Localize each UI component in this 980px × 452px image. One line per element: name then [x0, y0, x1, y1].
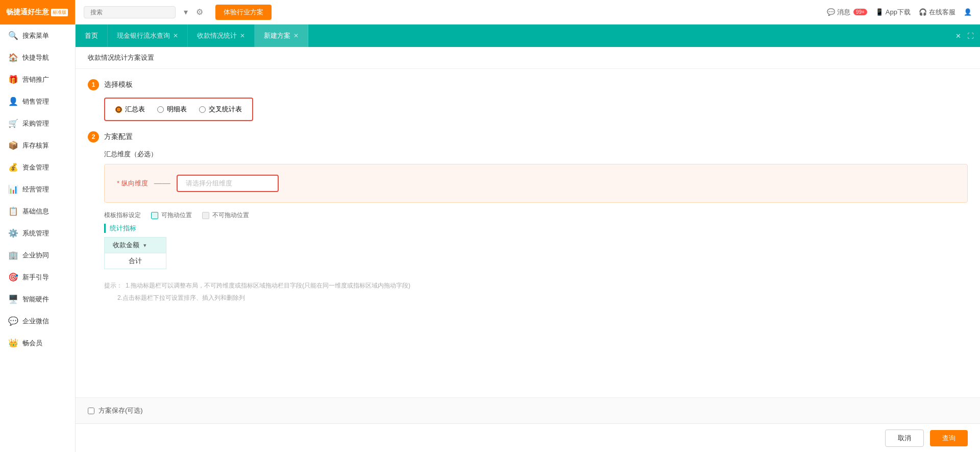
sidebar-item-sales[interactable]: 👤 销售管理	[0, 90, 75, 112]
sidebar-item-operation[interactable]: 📊 经营管理	[0, 178, 75, 200]
tab-bank-flow[interactable]: 现金银行流水查询 ✕	[108, 25, 188, 47]
sidebar-item-label: 新手引导	[22, 273, 49, 282]
breadcrumb-text: 收款情况统计方案设置	[88, 54, 154, 61]
message-icon: 💬	[827, 8, 835, 16]
service-label: 在线客服	[929, 8, 955, 17]
sidebar-item-label: 营销推广	[22, 75, 49, 84]
page-body: 1 选择模板 汇总表 明细表	[76, 69, 980, 397]
sidebar: 畅捷通好生意 标准版 🔍 搜索菜单 🏠 快捷导航 🎁 营销推广 👤 销售管理 🛒…	[0, 0, 76, 452]
content-inner: 收款情况统计方案设置 1 选择模板 汇总表	[76, 47, 980, 423]
sidebar-item-basic-info[interactable]: 📋 基础信息	[0, 200, 75, 222]
sidebar-item-label: 销售管理	[22, 97, 49, 106]
maximize-icon[interactable]: ⛶	[967, 32, 974, 40]
sidebar-item-member[interactable]: 👑 畅会员	[0, 332, 75, 354]
sidebar-logo: 畅捷通好生意 标准版	[0, 0, 75, 25]
metrics-header[interactable]: 收款金额 ▾	[105, 237, 166, 253]
headset-icon: 🎧	[919, 8, 927, 16]
dimension-select-placeholder: 请选择分组维度	[186, 179, 232, 187]
download-icon: 📱	[875, 8, 884, 16]
topbar-right: 💬 消息 99+ 📱 App下载 🎧 在线客服 👤	[827, 8, 972, 17]
tip-spacer	[104, 292, 114, 304]
sidebar-item-finance[interactable]: 💰 资金管理	[0, 156, 75, 178]
summary-dimension-label: 汇总维度（必选）	[104, 150, 968, 159]
tip-prefix: 提示：	[104, 279, 122, 292]
sidebar-item-label: 企业协同	[22, 251, 49, 260]
sidebar-item-inventory[interactable]: 📦 库存核算	[0, 134, 75, 156]
tip-item-1: 提示： 1.拖动标题栏可以调整布局，不可跨维度或指标区域拖动栏目字段(只能在同一…	[104, 279, 968, 292]
draggable-legend: 可拖动位置	[151, 211, 192, 220]
non-draggable-legend: 不可拖动位置	[202, 211, 249, 220]
tab-receipt-stats-close[interactable]: ✕	[240, 32, 245, 39]
tab-new-plan-close[interactable]: ✕	[293, 32, 299, 39]
stats-title: 统计指标	[104, 224, 968, 233]
step1-content: 汇总表 明细表 交叉统计表	[88, 98, 968, 121]
gift-icon: 🎁	[8, 75, 18, 84]
radio-cross-input[interactable]	[199, 106, 206, 113]
service-item[interactable]: 🎧 在线客服	[919, 8, 955, 17]
page-breadcrumb: 收款情况统计方案设置	[76, 47, 980, 69]
content-area: 收款情况统计方案设置 1 选择模板 汇总表	[76, 47, 980, 423]
step1-header: 1 选择模板	[88, 79, 968, 90]
sidebar-item-hardware[interactable]: 🖥️ 智能硬件	[0, 288, 75, 310]
footer: 取消 查询	[76, 423, 980, 452]
cancel-button[interactable]: 取消	[885, 430, 924, 447]
tip-item-2: 2.点击标题栏下拉可设置排序、插入列和删除列	[104, 292, 968, 304]
close-window-icon[interactable]: ✕	[955, 32, 961, 40]
sidebar-item-quick-nav[interactable]: 🏠 快捷导航	[0, 46, 75, 68]
tab-home[interactable]: 首页	[76, 25, 108, 47]
nav-tabs: 首页 现金银行流水查询 ✕ 收款情况统计 ✕ 新建方案 ✕ ✕ ⛶	[76, 25, 980, 47]
sidebar-item-marketing[interactable]: 🎁 营销推广	[0, 68, 75, 90]
sidebar-item-guide[interactable]: 🎯 新手引导	[0, 266, 75, 288]
nav-right-icons: ✕ ⛶	[949, 25, 980, 47]
sidebar-item-purchase[interactable]: 🛒 采购管理	[0, 112, 75, 134]
sidebar-item-label: 搜索菜单	[22, 31, 49, 40]
chart-icon: 📊	[8, 184, 18, 194]
topbar-search-input[interactable]	[84, 6, 176, 18]
tab-new-plan[interactable]: 新建方案 ✕	[255, 25, 308, 47]
tab-new-plan-label: 新建方案	[264, 31, 290, 40]
sidebar-item-search[interactable]: 🔍 搜索菜单	[0, 25, 75, 46]
sidebar-item-label: 采购管理	[22, 119, 49, 128]
tab-receipt-stats[interactable]: 收款情况统计 ✕	[188, 25, 255, 47]
radio-summary-label: 汇总表	[125, 105, 145, 114]
radio-cross[interactable]: 交叉统计表	[199, 105, 242, 114]
box-icon: 📦	[8, 140, 18, 150]
download-item[interactable]: 📱 App下载	[875, 8, 911, 17]
query-button[interactable]: 查询	[930, 430, 968, 446]
sidebar-item-label: 畅会员	[22, 339, 42, 348]
radio-summary[interactable]: 汇总表	[115, 105, 145, 114]
user-icon: 👤	[8, 97, 18, 106]
sidebar-item-enterprise[interactable]: 🏢 企业协同	[0, 244, 75, 266]
topbar: ▾ ⚙ 体验行业方案 💬 消息 99+ 📱 App下载 🎧 在线客服 👤	[76, 0, 980, 25]
step2-header: 2 方案配置	[88, 131, 968, 142]
radio-detail-input[interactable]	[157, 106, 164, 113]
chat-icon: 💬	[8, 316, 18, 326]
template-options: 汇总表 明细表 交叉统计表	[104, 98, 253, 121]
search-icon: 🔍	[8, 31, 18, 40]
user-avatar: 👤	[964, 8, 972, 16]
total-label: 合计	[129, 257, 142, 265]
message-item[interactable]: 💬 消息 99+	[827, 8, 867, 17]
settings-icon[interactable]: ⚙	[196, 7, 203, 17]
radio-detail[interactable]: 明细表	[157, 105, 187, 114]
step2-content: 汇总维度（必选） 纵向维度 —— 请选择分组维度	[88, 150, 968, 304]
trial-industry-button[interactable]: 体验行业方案	[215, 5, 272, 20]
sidebar-item-wechat[interactable]: 💬 企业微信	[0, 310, 75, 332]
user-menu[interactable]: 👤	[964, 8, 972, 16]
sidebar-item-label: 基础信息	[22, 207, 49, 216]
radio-summary-input[interactable]	[115, 106, 122, 113]
sidebar-item-system[interactable]: ⚙️ 系统管理	[0, 222, 75, 244]
dropdown-icon[interactable]: ▾	[184, 7, 188, 17]
receipt-amount-label: 收款金额	[113, 241, 139, 250]
cart-icon: 🛒	[8, 118, 18, 128]
monitor-icon: 🖥️	[8, 294, 18, 304]
tab-bank-flow-close[interactable]: ✕	[173, 32, 178, 39]
group-dimension-select[interactable]: 请选择分组维度	[177, 175, 279, 192]
chevron-down-icon[interactable]: ▾	[143, 242, 146, 249]
vertical-dimension-label: 纵向维度	[117, 179, 148, 188]
step2-number: 2	[88, 131, 99, 142]
save-checkbox[interactable]	[88, 408, 94, 414]
sidebar-item-label: 库存核算	[22, 141, 49, 150]
building-icon: 🏢	[8, 250, 18, 260]
dimension-area: 纵向维度 —— 请选择分组维度	[104, 164, 968, 203]
